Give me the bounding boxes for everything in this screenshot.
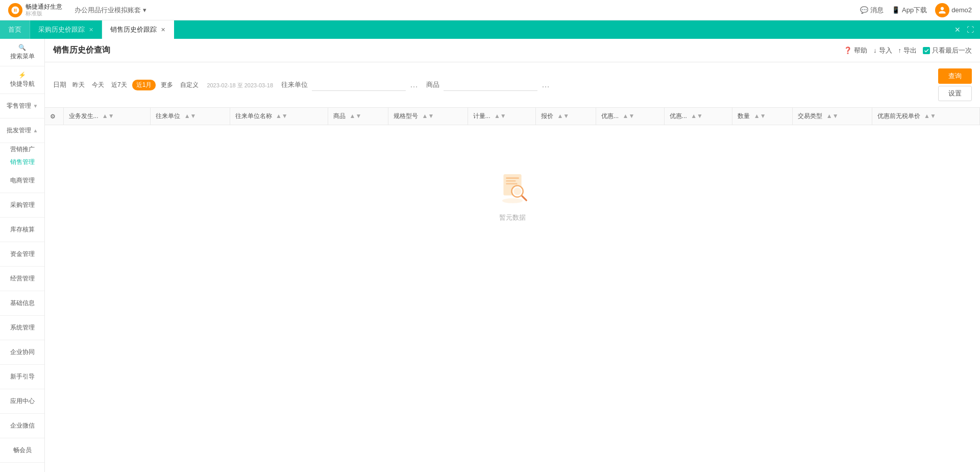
- tab-sales-close[interactable]: ✕: [161, 27, 165, 33]
- tab-purchase-close[interactable]: ✕: [89, 27, 93, 33]
- export-icon: ↑: [898, 46, 902, 54]
- svg-point-0: [502, 198, 523, 203]
- sidebar-item-corp[interactable]: 企业协同: [0, 340, 44, 365]
- date-label: 日期: [53, 80, 66, 89]
- sidebar-item-wholesale[interactable]: 批发管理 ▲: [0, 119, 44, 143]
- sort-icon: ▲▼: [102, 112, 114, 120]
- settings-button[interactable]: 设置: [938, 86, 972, 101]
- sidebar-item-marketing[interactable]: 营销推广: [0, 143, 44, 156]
- date-option-custom[interactable]: 自定义: [178, 80, 201, 90]
- sidebar-item-retail[interactable]: 零售管理 ▼: [0, 94, 44, 119]
- app-download-button[interactable]: 📱 App下载: [892, 6, 927, 15]
- sort-icon: ▲▼: [557, 112, 569, 120]
- sidebar-item-guide[interactable]: 新手引导: [0, 365, 44, 389]
- date-option-today[interactable]: 今天: [90, 80, 106, 90]
- tab-sales-label: 销售历史价跟踪: [110, 25, 157, 34]
- date-option-more[interactable]: 更多: [159, 80, 175, 90]
- retail-expand-icon: ▼: [33, 103, 38, 109]
- svg-line-8: [522, 196, 526, 200]
- col-goods[interactable]: 商品 ▲▼: [328, 108, 388, 125]
- tab-sales[interactable]: 销售历史价跟踪 ✕: [102, 20, 174, 39]
- tab-purchase[interactable]: 采购历史价跟踪 ✕: [30, 20, 102, 39]
- table-settings-icon[interactable]: ⚙: [50, 113, 56, 120]
- goods-input[interactable]: [444, 79, 537, 91]
- help-icon: ❓: [844, 46, 852, 54]
- date-option-7days[interactable]: 近7天: [109, 80, 129, 90]
- col-discount2[interactable]: 优惠... ▲▼: [664, 108, 732, 125]
- data-table: ⚙ 业务发生... ▲▼ 往来单位 ▲▼ 往来单位名称 ▲▼: [45, 108, 980, 263]
- col-spec[interactable]: 规格型号 ▲▼: [388, 108, 468, 125]
- col-settings: ⚙: [45, 108, 63, 125]
- avatar: [935, 3, 949, 17]
- tab-home-label: 首页: [8, 25, 21, 34]
- sidebar-item-inventory[interactable]: 库存核算: [0, 218, 44, 242]
- empty-state: 暂元数据: [45, 125, 980, 263]
- page-header: 销售历史价查询 ❓ 帮助 ↓ 导入 ↑ 导出 只看: [45, 39, 980, 62]
- sidebar-item-finance[interactable]: 资金管理: [0, 242, 44, 267]
- source-input[interactable]: [312, 79, 406, 91]
- sort-icon: ▲▼: [691, 112, 703, 120]
- svg-point-6: [513, 187, 521, 195]
- help-button[interactable]: ❓ 帮助: [844, 46, 867, 55]
- sidebar-item-apps[interactable]: 应用中心: [0, 389, 44, 414]
- goods-dots: …: [542, 80, 550, 89]
- fullscreen-button[interactable]: ⛶: [965, 23, 976, 36]
- main-layout: 🔍 搜索菜单 ⚡ 快捷导航 零售管理 ▼ 批发管理 ▲ 营销推广 销售管理 电商…: [0, 39, 980, 472]
- import-button[interactable]: ↓ 导入: [873, 46, 892, 55]
- tab-home[interactable]: 首页: [0, 20, 30, 39]
- topbar-right: 💬 消息 📱 App下载 demo2: [860, 3, 972, 17]
- sidebar-item-sys[interactable]: 系统管理: [0, 316, 44, 340]
- close-all-tabs-button[interactable]: ✕: [952, 23, 963, 36]
- date-range-display: 2023-02-18 至 2023-03-18: [207, 82, 273, 89]
- date-options: 昨天 今天 近7天 近1月 更多 自定义: [70, 80, 201, 90]
- sidebar-item-search[interactable]: 🔍 搜索菜单: [0, 39, 44, 66]
- col-notax-price[interactable]: 优惠前无税单价 ▲▼: [872, 108, 979, 125]
- action-buttons: 查询 设置: [938, 68, 972, 101]
- col-unit-name[interactable]: 往来单位名称 ▲▼: [230, 108, 328, 125]
- date-filter-group: 日期 昨天 今天 近7天 近1月 更多 自定义 2023-02-18 至 202…: [53, 80, 273, 90]
- sidebar-item-wechat[interactable]: 企业微信: [0, 414, 44, 438]
- svg-rect-2: [506, 177, 519, 178]
- sort-icon: ▲▼: [826, 112, 839, 120]
- message-icon: 💬: [860, 6, 868, 14]
- sidebar-item-ecom[interactable]: 电商管理: [0, 169, 44, 193]
- goods-filter-group: 商品 …: [426, 79, 550, 91]
- search-icon: 🔍: [18, 44, 26, 51]
- phone-icon: 📱: [892, 6, 900, 14]
- col-discount1[interactable]: 优惠... ▲▼: [596, 108, 665, 125]
- svg-rect-4: [506, 183, 517, 184]
- content-area: 销售历史价查询 ❓ 帮助 ↓ 导入 ↑ 导出 只看: [45, 39, 980, 472]
- col-trade-type[interactable]: 交易类型 ▲▼: [793, 108, 872, 125]
- query-button[interactable]: 查询: [938, 68, 972, 84]
- sidebar-item-vip[interactable]: 畅会员: [0, 438, 44, 463]
- sidebar-item-basic[interactable]: 基础信息: [0, 291, 44, 316]
- sort-icon: ▲▼: [754, 112, 766, 120]
- workspace-selector[interactable]: 办公用品行业模拟账套 ▾: [75, 6, 146, 15]
- col-qty[interactable]: 数量 ▲▼: [732, 108, 793, 125]
- message-button[interactable]: 💬 消息: [860, 6, 884, 15]
- col-price[interactable]: 报价 ▲▼: [536, 108, 596, 125]
- tab-actions: ✕ ⛶: [952, 20, 980, 39]
- tabbar: 首页 采购历史价跟踪 ✕ 销售历史价跟踪 ✕ ✕ ⛶: [0, 20, 980, 39]
- sidebar-item-quicknav[interactable]: ⚡ 快捷导航: [0, 66, 44, 94]
- sidebar-item-sales-mgmt[interactable]: 销售管理: [0, 156, 44, 169]
- col-unit-code[interactable]: 往来单位 ▲▼: [151, 108, 230, 125]
- sidebar-item-purchase[interactable]: 采购管理: [0, 193, 44, 218]
- col-biz-date[interactable]: 业务发生... ▲▼: [63, 108, 151, 125]
- table-container: ⚙ 业务发生... ▲▼ 往来单位 ▲▼ 往来单位名称 ▲▼: [45, 108, 980, 472]
- user-avatar[interactable]: demo2: [935, 3, 972, 17]
- chevron-down-icon: ▾: [143, 6, 146, 14]
- date-option-yesterday[interactable]: 昨天: [70, 80, 87, 90]
- source-dots: …: [410, 80, 418, 89]
- date-option-1month[interactable]: 近1月: [132, 80, 156, 90]
- page-header-actions: ❓ 帮助 ↓ 导入 ↑ 导出 只看最后一次: [844, 46, 972, 61]
- export-button[interactable]: ↑ 导出: [898, 46, 917, 55]
- sidebar-item-ops[interactable]: 经营管理: [0, 267, 44, 291]
- filter-bar: 日期 昨天 今天 近7天 近1月 更多 自定义 2023-02-18 至 202…: [45, 62, 980, 108]
- only-last-checkbox[interactable]: 只看最后一次: [923, 46, 972, 55]
- goods-label: 商品: [426, 80, 439, 89]
- sort-icon: ▲▼: [184, 112, 197, 120]
- source-filter-group: 往来单位 …: [281, 79, 418, 91]
- col-unit[interactable]: 计量... ▲▼: [468, 108, 536, 125]
- svg-rect-3: [506, 180, 516, 181]
